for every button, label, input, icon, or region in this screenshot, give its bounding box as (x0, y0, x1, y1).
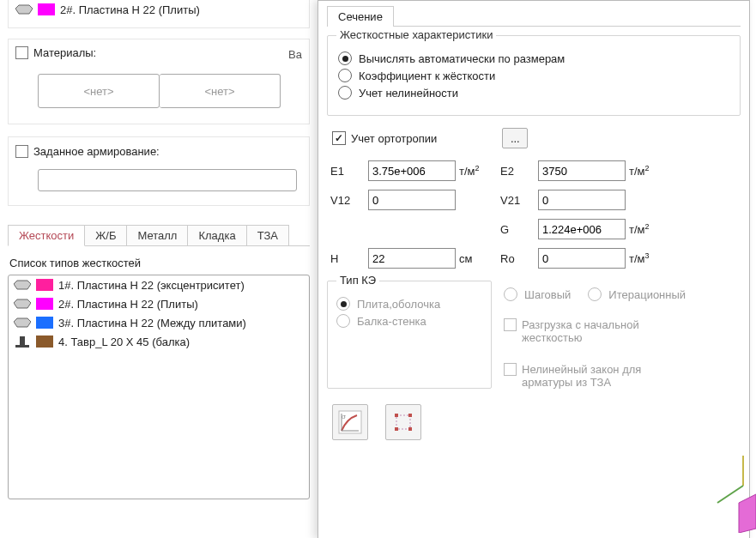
axis-3d-icon (709, 451, 756, 533)
list-item-label: 2#. Пластина H 22 (Плиты) (58, 298, 198, 311)
group-legend: Тип КЭ (336, 274, 379, 287)
tab-rc[interactable]: Ж/Б (84, 225, 127, 245)
tab-bar: Жесткости Ж/Б Металл Кладка ТЗА (8, 225, 310, 246)
color-swatch (36, 317, 53, 329)
group-legend: Жесткостные характеристики (336, 28, 496, 41)
svg-rect-11 (395, 414, 398, 417)
more-button[interactable]: ... (502, 128, 528, 148)
radio-icon (338, 69, 352, 82)
svg-marker-0 (15, 5, 33, 14)
radio-icon (338, 51, 352, 65)
reinforcement-label: Заданное армирование: (33, 145, 160, 158)
label-v12: V12 (330, 194, 361, 207)
nodes-button[interactable] (385, 404, 421, 440)
list-item[interactable]: 2#. Пластина H 22 (Плиты) (9, 294, 309, 313)
radio-plate: Плита,оболочка (336, 297, 482, 311)
list-title: Список типов жесткостей (9, 257, 310, 269)
color-swatch (36, 335, 53, 348)
radio-icon (338, 86, 352, 100)
label-e2: E2 (500, 165, 531, 178)
tab-stiffness[interactable]: Жесткости (8, 225, 85, 246)
label-g: G (500, 223, 531, 236)
list-item[interactable]: 1#. Пластина H 22 (эксцентриситет) (9, 275, 309, 294)
checkbox-icon (504, 363, 517, 376)
unit: т/м2 (629, 164, 663, 178)
tab-section[interactable]: Сечение (327, 6, 394, 27)
orthotropy-checkbox[interactable]: Учет ортотропии (332, 131, 437, 145)
material-cell-1[interactable]: <нет> (38, 74, 160, 108)
radio-nonlinear[interactable]: Учет нелинейности (338, 86, 729, 100)
parameter-grid: E1 т/м2 E2 т/м2 V12 V21 G т/м2 H см (330, 160, 741, 269)
radio-icon (336, 297, 350, 311)
list-item-label: 4. Тавр_L 20 X 45 (балка) (58, 335, 190, 348)
top-frame: 2#. Пластина H 22 (Плиты) (8, 0, 310, 28)
checkbox-icon (15, 145, 28, 158)
list-item[interactable]: 3#. Пластина H 22 (Между плитами) (9, 313, 309, 332)
nonlinear-rebar-checkbox: Нелинейный закон для арматуры из ТЗА (504, 363, 693, 389)
input-g[interactable] (538, 219, 626, 239)
unload-checkbox: Разгрузка с начальной жесткостью (504, 318, 693, 344)
radio-coef[interactable]: Коэффициент к жёсткости (338, 69, 729, 82)
unit: т/м3 (629, 251, 663, 265)
svg-line-16 (717, 486, 743, 503)
radio-auto[interactable]: Вычислять автоматически по размерам (338, 51, 729, 65)
radio-iter: Итерационный (588, 287, 686, 301)
ke-type-group: Тип КЭ Плита,оболочка Балка-стенка (327, 281, 492, 389)
input-v12[interactable] (368, 190, 456, 210)
svg-rect-10 (396, 415, 410, 429)
materials-checkbox[interactable]: Материалы: (15, 46, 96, 59)
stiffness-list[interactable]: 1#. Пластина H 22 (эксцентриситет) 2#. П… (8, 275, 310, 499)
section-dialog: Сечение Жесткостные характеристики Вычис… (318, 0, 750, 538)
materials-frame: Материалы: Ва <нет> <нет> (8, 39, 310, 124)
tab-metal[interactable]: Металл (126, 225, 188, 245)
sigma-curve-icon: σ (338, 410, 362, 434)
svg-text:σ: σ (342, 413, 346, 420)
radio-icon (504, 287, 517, 301)
radio-icon (336, 314, 350, 328)
label-ro: Ro (500, 252, 531, 265)
color-swatch (38, 3, 55, 15)
truncated-text: Ва (288, 48, 302, 61)
input-e1[interactable] (368, 160, 456, 181)
list-item[interactable]: 4. Тавр_L 20 X 45 (балка) (9, 332, 309, 351)
materials-label: Материалы: (33, 46, 96, 59)
label-h: H (330, 252, 361, 265)
svg-marker-2 (14, 299, 31, 308)
label-e1: E1 (330, 165, 361, 178)
tab-tza[interactable]: ТЗА (246, 225, 289, 245)
radio-step: Шаговый (504, 287, 571, 301)
tab-masonry[interactable]: Кладка (187, 225, 246, 245)
top-item-label: 2#. Пластина H 22 (Плиты) (60, 3, 200, 16)
slab-icon (14, 315, 31, 330)
svg-rect-4 (20, 336, 25, 345)
svg-rect-5 (15, 345, 29, 348)
input-ro[interactable] (538, 248, 626, 269)
svg-rect-12 (408, 414, 412, 417)
beam-icon (14, 334, 31, 349)
material-cell-2[interactable]: <нет> (160, 74, 281, 108)
unit: см (459, 252, 493, 265)
stiffness-group: Жесткостные характеристики Вычислять авт… (327, 35, 741, 116)
reinforcement-frame: Заданное армирование: (8, 136, 310, 206)
input-h[interactable] (368, 248, 456, 269)
unit: т/м2 (459, 164, 493, 178)
list-item-label: 1#. Пластина H 22 (эксцентриситет) (58, 279, 245, 292)
check-icon (332, 131, 346, 145)
square-nodes-icon (391, 410, 415, 434)
checkbox-icon (15, 46, 28, 59)
reinforcement-checkbox[interactable]: Заданное армирование: (15, 145, 160, 158)
svg-marker-3 (14, 318, 31, 327)
input-e2[interactable] (538, 160, 626, 181)
svg-rect-13 (395, 427, 398, 431)
diagram-button[interactable]: σ (332, 404, 368, 440)
orthotropy-label: Учет ортотропии (351, 132, 437, 145)
reinforcement-input[interactable] (38, 169, 297, 191)
checkbox-icon (504, 318, 517, 331)
color-swatch (36, 298, 53, 310)
input-v21[interactable] (538, 190, 626, 210)
unit: т/м2 (629, 222, 663, 236)
svg-marker-1 (14, 281, 31, 289)
slab-icon (15, 2, 33, 17)
label-v21: V21 (500, 194, 531, 207)
list-item-label: 3#. Пластина H 22 (Между плитами) (58, 317, 246, 329)
